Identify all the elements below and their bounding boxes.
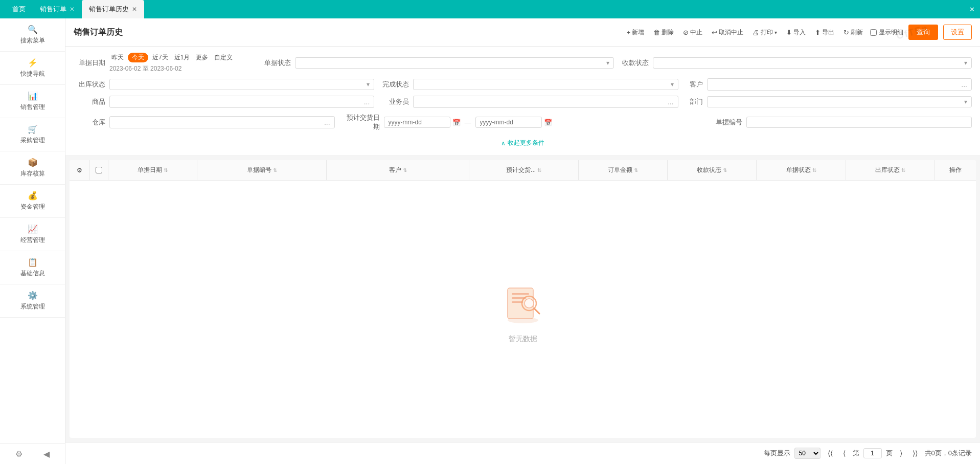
display-detail-toggle[interactable]: 显示明细 [870, 28, 903, 37]
col-out-label: 出库状态 [875, 166, 900, 174]
complete-status-select[interactable]: ▾ [413, 79, 678, 90]
import-button[interactable]: ⬇ 导入 [784, 27, 808, 38]
sidebar-item-sys-mgmt[interactable]: ⚙️ 系统管理 [0, 284, 65, 318]
toolbar: + 新增 🗑 删除 ⊘ 中止 ↩ 取消中止 🖨 打印 [624, 25, 972, 40]
display-detail-checkbox[interactable] [870, 29, 877, 36]
next-page-btn[interactable]: ⟩ [897, 448, 905, 458]
date-cal-to-icon[interactable]: 📅 [544, 119, 552, 126]
first-page-btn[interactable]: ⟨⟨ [825, 448, 836, 458]
sidebar-item-operations[interactable]: 📈 经营管理 [0, 218, 65, 251]
sidebar-item-search-menu[interactable]: 🔍 搜索菜单 [0, 18, 65, 52]
salesman-label: 业务员 [382, 97, 413, 106]
export-button[interactable]: ⬆ 导出 [813, 27, 836, 38]
tab-home[interactable]: 首页 [5, 0, 33, 18]
col-receive-sort[interactable]: ⇅ [723, 167, 727, 173]
col-out[interactable]: 出库状态 ⇅ [846, 160, 935, 180]
order-status-arrow: ▾ [606, 59, 609, 67]
complete-status-label: 完成状态 [382, 80, 413, 89]
customer-dots[interactable]: ... [961, 80, 967, 89]
col-amount[interactable]: 订单金额 ⇅ [579, 160, 668, 180]
sidebar-item-purchase-mgmt-label: 采购管理 [20, 136, 45, 145]
cancel-stop-button[interactable]: ↩ 取消中止 [710, 27, 745, 38]
col-num[interactable]: 单据编号 ⇅ [197, 160, 327, 180]
print-button[interactable]: 🖨 打印 ▾ [750, 27, 779, 38]
col-num-sort[interactable]: ⇅ [273, 167, 277, 173]
collapse-button[interactable]: ∧ 收起更多条件 [74, 137, 972, 149]
stop-button[interactable]: ⊘ 中止 [681, 27, 704, 38]
sidebar-item-quick-nav[interactable]: ⚡ 快捷导航 [0, 52, 65, 85]
sidebar-item-sales-mgmt[interactable]: 📊 销售管理 [0, 85, 65, 118]
warehouse-dots[interactable]: ... [324, 118, 330, 126]
col-op: 操作 [935, 160, 976, 180]
col-status-sort[interactable]: ⇅ [812, 167, 816, 173]
salesman-input[interactable]: ... [413, 96, 678, 108]
sidebar-item-inventory[interactable]: 📦 库存核算 [0, 151, 65, 185]
col-customer-sort[interactable]: ⇅ [403, 167, 407, 173]
tab-sales-order-close[interactable]: ✕ [70, 6, 75, 13]
delete-button[interactable]: 🗑 删除 [651, 27, 676, 38]
date-cal-from-icon[interactable]: 📅 [452, 119, 461, 126]
prev-page-btn[interactable]: ⟨ [840, 448, 849, 458]
col-out-sort[interactable]: ⇅ [901, 167, 905, 173]
dept-select[interactable]: ▾ [707, 96, 972, 107]
col-amount-sort[interactable]: ⇅ [634, 167, 638, 173]
refresh-button[interactable]: ↻ 刷新 [841, 27, 865, 38]
date-to-input[interactable] [475, 117, 542, 128]
goods-dots[interactable]: ... [364, 98, 370, 106]
receive-status-select[interactable]: ▾ [653, 57, 972, 69]
salesman-dots[interactable]: ... [668, 98, 674, 106]
order-status-select[interactable]: ▾ [295, 57, 614, 69]
query-button[interactable]: 查询 [908, 25, 938, 40]
date-separator: — [465, 119, 471, 126]
tab-sales-order-history[interactable]: 销售订单历史 ✕ [82, 0, 144, 18]
select-all-checkbox[interactable] [96, 167, 102, 173]
goods-label: 商品 [74, 97, 109, 106]
last-page-btn[interactable]: ⟩⟩ [909, 448, 921, 458]
col-date-sort[interactable]: ⇅ [164, 167, 168, 173]
tab-sales-order-history-label: 销售订单历史 [89, 5, 129, 14]
settings-button[interactable]: 设置 [943, 25, 972, 40]
date-from-input[interactable] [384, 117, 450, 128]
date-btn-last-month[interactable]: 近1月 [172, 53, 192, 62]
date-btn-custom[interactable]: 自定义 [212, 53, 235, 62]
stop-icon: ⊘ [683, 29, 689, 36]
sidebar-item-purchase-mgmt[interactable]: 🛒 采购管理 [0, 118, 65, 151]
col-status-label: 单据状态 [786, 166, 811, 174]
sidebar-item-base-info[interactable]: 📋 基础信息 [0, 251, 65, 284]
purchase-mgmt-icon: 🛒 [28, 124, 38, 134]
print-icon: 🖨 [753, 29, 759, 36]
col-status[interactable]: 单据状态 ⇅ [757, 160, 846, 180]
col-settings[interactable]: ⚙ [70, 160, 90, 180]
page-size-select[interactable]: 10 20 50 100 [794, 448, 821, 459]
quick-nav-icon: ⚡ [28, 58, 38, 68]
col-delivery-label: 预计交货... [506, 166, 536, 174]
col-date[interactable]: 单据日期 ⇅ [108, 160, 197, 180]
out-status-select[interactable]: ▾ [109, 79, 374, 90]
page-number-input[interactable] [863, 448, 882, 458]
warehouse-input[interactable]: ... [109, 116, 335, 128]
export-icon: ⬆ [815, 29, 821, 36]
inventory-icon: 📦 [28, 158, 38, 167]
date-btn-yesterday[interactable]: 昨天 [109, 53, 126, 62]
col-customer[interactable]: 客户 ⇅ [327, 160, 469, 180]
order-no-input[interactable] [746, 117, 972, 128]
col-receive[interactable]: 收款状态 ⇅ [668, 160, 757, 180]
sidebar-item-finance-label: 资金管理 [20, 203, 45, 211]
date-btn-today[interactable]: 今天 [128, 53, 148, 62]
page-header: 销售订单历史 + 新增 🗑 删除 ⊘ 中止 ↩ 取消中止 [65, 18, 980, 47]
window-close-btn[interactable]: ✕ [969, 6, 975, 13]
customer-input[interactable]: ... [707, 78, 972, 91]
col-check[interactable] [90, 160, 108, 180]
date-btn-last7[interactable]: 近7天 [150, 53, 170, 62]
sidebar-item-finance[interactable]: 💰 资金管理 [0, 185, 65, 218]
tab-sales-order-history-close[interactable]: ✕ [132, 6, 137, 13]
goods-input[interactable]: ... [109, 96, 374, 108]
tab-sales-order[interactable]: 销售订单 ✕ [33, 0, 82, 18]
sidebar-collapse-icon[interactable]: ◀ [43, 449, 50, 459]
search-menu-icon: 🔍 [28, 25, 38, 34]
add-button[interactable]: + 新增 [624, 27, 646, 38]
col-delivery-sort[interactable]: ⇅ [537, 167, 541, 173]
sidebar-settings-icon[interactable]: ⚙ [15, 449, 22, 459]
col-delivery[interactable]: 预计交货... ⇅ [469, 160, 579, 180]
date-btn-more[interactable]: 更多 [194, 53, 210, 62]
